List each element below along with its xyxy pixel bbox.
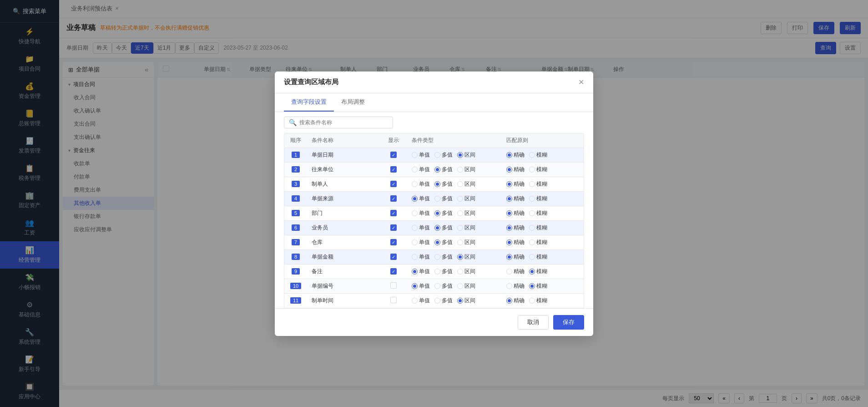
match-fuzzy-option[interactable]: 模糊	[529, 195, 547, 203]
exact-label: 精确	[514, 180, 525, 188]
match-exact-option[interactable]: 精确	[506, 195, 525, 203]
match-fuzzy-option[interactable]: 模糊	[529, 253, 547, 261]
row-show[interactable]: ✓	[380, 207, 407, 220]
type-range-option[interactable]: 区间	[457, 297, 475, 305]
dth-show: 显示	[380, 133, 407, 148]
match-exact-option[interactable]: 精确	[506, 297, 525, 305]
type-multi-option[interactable]: 多值	[434, 268, 453, 275]
row-show[interactable]	[380, 294, 407, 308]
match-fuzzy-option[interactable]: 模糊	[529, 224, 547, 232]
show-checkbox[interactable]	[390, 297, 397, 303]
type-range-option[interactable]: 区间	[457, 239, 475, 246]
type-range-option[interactable]: 区间	[457, 180, 475, 188]
radio-exact	[506, 254, 512, 260]
row-show[interactable]: ✓	[380, 236, 407, 249]
match-fuzzy-option[interactable]: 模糊	[529, 180, 547, 188]
row-show[interactable]: ✓	[380, 163, 407, 176]
type-single-option[interactable]: 单值	[412, 282, 430, 290]
type-multi-option[interactable]: 多值	[434, 239, 453, 246]
match-fuzzy-option[interactable]: 模糊	[529, 282, 547, 290]
dialog-close-button[interactable]: ✕	[578, 78, 584, 86]
type-range-option[interactable]: 区间	[457, 268, 475, 275]
type-multi-option[interactable]: 多值	[434, 180, 453, 188]
type-single-option[interactable]: 单值	[412, 297, 430, 305]
order-badge: 11	[290, 297, 301, 304]
tab-layout-adjust[interactable]: 布局调整	[334, 93, 372, 112]
single-label: 单值	[419, 253, 430, 261]
show-checkbox[interactable]: ✓	[390, 268, 397, 275]
type-multi-option[interactable]: 多值	[434, 253, 453, 261]
type-range-option[interactable]: 区间	[457, 195, 475, 203]
type-multi-option[interactable]: 多值	[434, 297, 453, 305]
type-multi-option[interactable]: 多值	[434, 166, 453, 173]
match-exact-option[interactable]: 精确	[506, 180, 525, 188]
tab-field-settings[interactable]: 查询字段设置	[284, 93, 334, 112]
type-single-option[interactable]: 单值	[412, 209, 430, 217]
radio-single	[412, 298, 418, 304]
match-exact-option[interactable]: 精确	[506, 209, 525, 217]
row-show[interactable]	[380, 279, 407, 293]
match-fuzzy-option[interactable]: 模糊	[529, 268, 547, 275]
match-exact-option[interactable]: 精确	[506, 166, 525, 173]
radio-range	[457, 239, 463, 245]
fuzzy-label: 模糊	[536, 253, 547, 261]
row-show[interactable]: ✓	[380, 148, 407, 162]
show-checkbox[interactable]: ✓	[390, 152, 397, 158]
show-checkbox[interactable]: ✓	[390, 181, 397, 187]
multi-label: 多值	[442, 195, 453, 203]
match-fuzzy-option[interactable]: 模糊	[529, 297, 547, 305]
match-exact-option[interactable]: 精确	[506, 253, 525, 261]
type-single-option[interactable]: 单值	[412, 253, 430, 261]
show-checkbox[interactable]	[390, 282, 397, 289]
radio-fuzzy	[529, 181, 535, 187]
row-show[interactable]: ✓	[380, 221, 407, 234]
type-range-option[interactable]: 区间	[457, 224, 475, 232]
match-fuzzy-option[interactable]: 模糊	[529, 239, 547, 246]
show-checkbox[interactable]: ✓	[390, 195, 397, 202]
type-range-option[interactable]: 区间	[457, 209, 475, 217]
type-range-option[interactable]: 区间	[457, 151, 475, 159]
match-exact-option[interactable]: 精确	[506, 239, 525, 246]
type-single-option[interactable]: 单值	[412, 195, 430, 203]
radio-range	[457, 196, 463, 202]
dialog-search-input[interactable]	[299, 119, 388, 126]
type-range-option[interactable]: 区间	[457, 282, 475, 290]
row-show[interactable]: ✓	[380, 250, 407, 264]
dth-name: 条件名称	[307, 133, 380, 148]
show-checkbox[interactable]: ✓	[390, 210, 397, 216]
type-multi-option[interactable]: 多值	[434, 224, 453, 232]
row-show[interactable]: ✓	[380, 192, 407, 205]
match-exact-option[interactable]: 精确	[506, 268, 525, 275]
row-show[interactable]: ✓	[380, 265, 407, 278]
type-single-option[interactable]: 单值	[412, 224, 430, 232]
type-single-option[interactable]: 单值	[412, 151, 430, 159]
show-checkbox[interactable]: ✓	[390, 166, 397, 173]
match-exact-option[interactable]: 精确	[506, 151, 525, 159]
match-fuzzy-option[interactable]: 模糊	[529, 209, 547, 217]
dialog-save-button[interactable]: 保存	[553, 315, 584, 330]
match-exact-option[interactable]: 精确	[506, 282, 525, 290]
type-single-option[interactable]: 单值	[412, 268, 430, 275]
type-multi-option[interactable]: 多值	[434, 209, 453, 217]
type-range-option[interactable]: 区间	[457, 253, 475, 261]
show-checkbox[interactable]: ✓	[390, 239, 397, 245]
type-multi-option[interactable]: 多值	[434, 195, 453, 203]
radio-exact	[506, 210, 512, 216]
type-multi-option[interactable]: 多值	[434, 151, 453, 159]
show-checkbox[interactable]: ✓	[390, 224, 397, 231]
row-name: 部门	[307, 206, 380, 220]
type-single-option[interactable]: 单值	[412, 180, 430, 188]
type-multi-option[interactable]: 多值	[434, 282, 453, 290]
type-single-option[interactable]: 单值	[412, 166, 430, 173]
show-checkbox[interactable]: ✓	[390, 254, 397, 260]
match-fuzzy-option[interactable]: 模糊	[529, 151, 547, 159]
row-match: 精确 模糊	[502, 250, 584, 264]
row-show[interactable]: ✓	[380, 178, 407, 191]
match-exact-option[interactable]: 精确	[506, 224, 525, 232]
cancel-button[interactable]: 取消	[518, 315, 549, 330]
row-match: 精确 模糊	[502, 177, 584, 191]
multi-label: 多值	[442, 239, 453, 246]
type-range-option[interactable]: 区间	[457, 166, 475, 173]
match-fuzzy-option[interactable]: 模糊	[529, 166, 547, 173]
type-single-option[interactable]: 单值	[412, 239, 430, 246]
